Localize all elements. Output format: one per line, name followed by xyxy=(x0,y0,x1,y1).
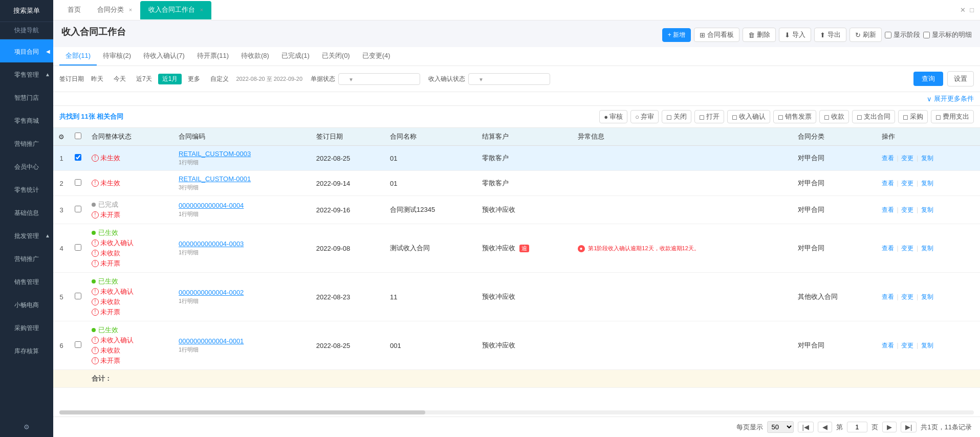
row-checkbox[interactable] xyxy=(70,224,86,273)
next-page-btn[interactable]: ▶ xyxy=(882,422,897,432)
view-link[interactable]: 查看 xyxy=(882,155,894,162)
date-btn-last7[interactable]: 近7天 xyxy=(132,74,156,84)
col-checkbox[interactable] xyxy=(70,128,86,146)
tab-income-workbench-close[interactable]: × xyxy=(200,7,203,13)
edit-link[interactable]: 变更 xyxy=(901,342,913,349)
window-close-btn[interactable]: ✕ xyxy=(960,6,966,14)
sidebar-quick-nav[interactable]: 快捷导航 xyxy=(0,22,53,39)
sidebar-item-base-info[interactable]: 基础信息 xyxy=(0,201,53,224)
col-settings[interactable]: ⚙ xyxy=(53,128,70,146)
row-checkbox[interactable] xyxy=(70,273,86,321)
copy-link[interactable]: 复制 xyxy=(921,180,933,187)
open-btn[interactable]: ◻ 打开 xyxy=(694,110,724,123)
filter-tab-completed[interactable]: 已完成(1) xyxy=(275,47,316,65)
edit-link[interactable]: 变更 xyxy=(901,206,913,213)
prev-page-btn[interactable]: ◀ xyxy=(818,422,832,432)
contract-code-link[interactable]: 0000000000004-0001 xyxy=(179,337,306,345)
edit-link[interactable]: 变更 xyxy=(901,155,913,162)
tab-income-workbench[interactable]: 收入合同工作台 × xyxy=(140,1,211,19)
filter-setting-button[interactable]: 设置 xyxy=(947,71,974,86)
income-confirm-select[interactable]: ▼ xyxy=(468,73,550,85)
last-page-btn[interactable]: ▶| xyxy=(901,422,917,432)
sidebar-search[interactable]: 搜索菜单 xyxy=(0,0,53,22)
view-link[interactable]: 查看 xyxy=(882,180,894,187)
tab-contract-category[interactable]: 合同分类 × xyxy=(89,1,140,19)
copy-link[interactable]: 复制 xyxy=(921,155,933,162)
filter-tab-pending-review[interactable]: 待审核(2) xyxy=(97,47,137,65)
row-checkbox[interactable] xyxy=(70,196,86,224)
sidebar-item-retail-mgmt[interactable]: 零售管理 ▲ xyxy=(0,62,53,85)
sidebar-item-sales-mgmt[interactable]: 销售管理 xyxy=(0,270,53,293)
payment-btn[interactable]: ◻ 收款 xyxy=(819,110,849,123)
kanban-button[interactable]: ⊞ 合同看板 xyxy=(694,28,739,42)
filter-tab-changed[interactable]: 已变更(4) xyxy=(356,47,397,65)
copy-link[interactable]: 复制 xyxy=(921,293,933,300)
contract-code-link[interactable]: 0000000000004-0003 xyxy=(179,240,306,248)
copy-link[interactable]: 复制 xyxy=(921,206,933,213)
show-stage-checkbox[interactable] xyxy=(885,32,891,38)
first-page-btn[interactable]: |◀ xyxy=(798,422,814,432)
edit-link[interactable]: 变更 xyxy=(901,180,913,187)
new-button[interactable]: + 新增 xyxy=(662,28,691,42)
filter-tab-pending-invoice[interactable]: 待开票(11) xyxy=(191,47,235,65)
date-btn-last1month[interactable]: 近1月 xyxy=(158,74,182,84)
copy-link[interactable]: 复制 xyxy=(921,245,933,252)
contract-code-link[interactable]: RETAIL_CUSTOM-0003 xyxy=(179,150,306,158)
edit-link[interactable]: 变更 xyxy=(901,293,913,300)
date-btn-today[interactable]: 今天 xyxy=(110,74,130,84)
sidebar-item-marketing[interactable]: 营销推广 xyxy=(0,132,53,155)
horizontal-scrollbar[interactable] xyxy=(59,410,974,414)
sidebar-settings[interactable]: ⚙ xyxy=(0,417,53,437)
purchase-btn[interactable]: ◻ 采购 xyxy=(898,110,928,123)
sidebar-item-purchase[interactable]: 采购管理 xyxy=(0,316,53,339)
show-flag-check[interactable]: 显示标的明细 xyxy=(923,30,972,39)
close-btn[interactable]: ◻ 关闭 xyxy=(662,110,691,123)
doc-status-select[interactable]: ▼ xyxy=(338,73,420,85)
delete-button[interactable]: 🗑 删除 xyxy=(743,28,776,42)
row-checkbox[interactable] xyxy=(70,321,86,370)
copy-link[interactable]: 复制 xyxy=(921,342,933,349)
sidebar-item-marketing2[interactable]: 营销推广 xyxy=(0,247,53,270)
view-link[interactable]: 查看 xyxy=(882,206,894,213)
filter-tab-pending-payment[interactable]: 待收款(8) xyxy=(235,47,275,65)
view-link[interactable]: 查看 xyxy=(882,245,894,252)
contract-code-link[interactable]: 0000000000004-0002 xyxy=(179,289,306,296)
row-checkbox[interactable] xyxy=(70,146,86,171)
select-all-checkbox[interactable] xyxy=(75,133,81,139)
export-button[interactable]: ⬆ 导出 xyxy=(814,28,846,42)
contract-code-link[interactable]: RETAIL_CUSTOM-0001 xyxy=(179,175,306,183)
expense-btn[interactable]: ◻ 费用支出 xyxy=(931,110,974,123)
expand-conditions-btn[interactable]: ∨ 展开更多条件 xyxy=(927,94,974,103)
scrollbar-thumb[interactable] xyxy=(59,410,425,414)
sales-invoice-btn[interactable]: ◻ 销售发票 xyxy=(773,110,816,123)
window-maximize-btn[interactable]: □ xyxy=(970,6,974,14)
review-btn[interactable]: ● 审核 xyxy=(599,110,627,123)
contract-code-link[interactable]: 0000000000004-0004 xyxy=(179,202,306,209)
sidebar-item-ecommerce[interactable]: 小畅电商 xyxy=(0,293,53,316)
show-flag-checkbox[interactable] xyxy=(923,32,930,38)
tab-contract-category-close[interactable]: × xyxy=(129,7,132,13)
sidebar-item-retail-stats[interactable]: 零售统计 xyxy=(0,178,53,201)
sidebar-item-inventory[interactable]: 库存核算 xyxy=(0,339,53,362)
filter-tab-all[interactable]: 全部(11) xyxy=(59,47,97,65)
sidebar-item-member[interactable]: 会员中心 xyxy=(0,155,53,178)
import-button[interactable]: ⬇ 导入 xyxy=(779,28,811,42)
filter-tab-closed[interactable]: 已关闭(0) xyxy=(316,47,356,65)
view-link[interactable]: 查看 xyxy=(882,342,894,349)
view-link[interactable]: 查看 xyxy=(882,293,894,300)
date-btn-more[interactable]: 更多 xyxy=(184,74,204,84)
sidebar-item-retail-mall[interactable]: 零售商城 xyxy=(0,108,53,132)
sidebar-item-project[interactable]: 项目合同 ◀ xyxy=(0,39,53,62)
out-contract-btn[interactable]: ◻ 支出合同 xyxy=(852,110,895,123)
date-btn-yesterday[interactable]: 昨天 xyxy=(87,74,107,84)
tab-home[interactable]: 首页 xyxy=(59,1,89,19)
filter-tab-pending-confirm[interactable]: 待收入确认(7) xyxy=(137,47,191,65)
sidebar-item-smart-store[interactable]: 智慧门店 xyxy=(0,85,53,108)
abandon-btn[interactable]: ○ 弃审 xyxy=(630,110,659,123)
search-button[interactable]: 查询 xyxy=(913,72,943,86)
page-input[interactable] xyxy=(847,422,867,432)
income-confirm-btn[interactable]: ◻ 收入确认 xyxy=(727,110,770,123)
edit-link[interactable]: 变更 xyxy=(901,245,913,252)
row-checkbox[interactable] xyxy=(70,171,86,196)
page-size-select[interactable]: 50 20 100 xyxy=(767,421,794,433)
